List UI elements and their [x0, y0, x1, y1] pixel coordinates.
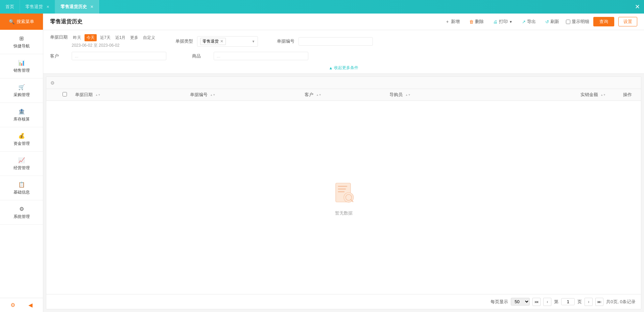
page-suffix-label: 页	[577, 299, 582, 305]
date-sort-arrows: ▲▼	[95, 93, 101, 96]
goods-filter-input[interactable]: ...	[214, 52, 308, 60]
date-opt-last-month[interactable]: 近1月	[114, 34, 127, 41]
type-filter-label: 单据类型	[175, 38, 194, 44]
filter-collapse-container: ▲ 收起更多条件	[50, 64, 637, 71]
sidebar-item-basic-info[interactable]: 📋 基础信息	[0, 176, 43, 200]
sidebar-bottom: ⚙ ◀	[0, 298, 43, 312]
total-info: 共0页, 0条记录	[606, 299, 636, 305]
number-sort-arrows: ▲▼	[210, 93, 215, 96]
system-icon: ⚙	[18, 205, 25, 213]
sidebar-search[interactable]: 🔍 搜索菜单	[0, 14, 43, 30]
filter-collapse-label: 收起更多条件	[334, 65, 358, 71]
new-icon: ＋	[445, 19, 450, 25]
per-page-select[interactable]: 20 50 100 200	[511, 298, 530, 306]
tab-retail-return[interactable]: 零售退货 ✕	[20, 0, 55, 14]
last-page-button[interactable]: ⏭	[595, 298, 603, 306]
pagination: 每页显示 20 50 100 200 ⏮ ‹ 第 页 › ⏭ 共0页, 0条记录	[46, 294, 641, 309]
type-tag-label: 零售退货	[202, 39, 219, 44]
header-actions: ＋ 新增 🗑 删除 🖨 打印 ▼ ↗ 导出 ↺ 刷新	[443, 17, 637, 26]
tab-retail-return-history[interactable]: 零售退货历史 ✕	[55, 0, 99, 14]
voucher-filter-label: 单据编号	[277, 38, 296, 44]
sidebar-item-operations[interactable]: 📈 经营管理	[0, 152, 43, 176]
show-detail-label: 显示明细	[572, 19, 589, 25]
th-ops: 操作	[614, 89, 641, 101]
show-detail-checkbox-label[interactable]: 显示明细	[566, 19, 589, 25]
settings-bottom-icon[interactable]: ⚙	[10, 302, 15, 308]
per-page-label: 每页显示	[491, 299, 508, 305]
th-number[interactable]: 单据编号 ▲▼	[186, 89, 301, 101]
sidebar-item-system[interactable]: ⚙ 系统管理	[0, 200, 43, 225]
sidebar-item-quick-nav[interactable]: ⊞ 快捷导航	[0, 30, 43, 54]
collapse-sidebar-icon[interactable]: ◀	[28, 302, 32, 308]
date-opt-today[interactable]: 今天	[85, 34, 97, 41]
filter-row-2: 客户 ... 商品 ...	[50, 52, 637, 60]
th-customer[interactable]: 客户 ▲▼	[301, 89, 385, 101]
export-button[interactable]: ↗ 导出	[519, 17, 539, 26]
prev-page-button[interactable]: ‹	[543, 298, 551, 306]
inventory-icon: 🏦	[18, 108, 25, 115]
search-icon: 🔍	[9, 19, 15, 24]
type-tag-close[interactable]: ✕	[220, 39, 223, 44]
date-range-display: 2023-06-02 至 2023-06-02	[72, 43, 157, 48]
empty-text: 暂无数据	[335, 210, 353, 216]
date-options-container: 昨天 今天 近7天 近1月 更多 自定义 2023-06-02 至 2023-0…	[72, 34, 157, 48]
print-button[interactable]: 🖨 打印 ▼	[491, 17, 515, 26]
query-button[interactable]: 查询	[593, 17, 614, 26]
th-checkbox	[58, 89, 71, 101]
tab-retail-return-history-close[interactable]: ✕	[90, 5, 93, 9]
delete-icon: 🗑	[469, 19, 474, 24]
print-label: 打印	[499, 19, 508, 25]
sidebar-item-sales[interactable]: 📊 销售管理	[0, 54, 43, 79]
tab-home-label: 首页	[5, 4, 14, 10]
sidebar-item-system-label: 系统管理	[14, 214, 30, 220]
voucher-no-input[interactable]	[299, 37, 373, 46]
guide-sort-arrows: ▲▼	[405, 93, 411, 96]
date-options: 昨天 今天 近7天 近1月 更多 自定义	[72, 34, 157, 41]
date-opt-more[interactable]: 更多	[129, 34, 140, 41]
settings-button[interactable]: 设置	[618, 17, 637, 26]
type-filter-group: 单据类型 零售退货 ✕ ▼	[175, 36, 258, 47]
purchase-icon: 🛒	[18, 83, 25, 91]
refresh-button[interactable]: ↺ 刷新	[543, 17, 562, 26]
tab-home[interactable]: 首页	[0, 0, 20, 14]
th-date[interactable]: 单据日期 ▲▼	[71, 89, 186, 101]
type-filter-select[interactable]: 零售退货 ✕ ▼	[197, 36, 258, 47]
customer-filter-input[interactable]: ...	[72, 52, 166, 60]
th-amount[interactable]: 实销金额 ▲▼	[485, 89, 614, 101]
voucher-filter-group: 单据编号	[277, 37, 373, 46]
th-number-label: 单据编号	[190, 92, 208, 97]
customer-filter-label: 客户	[50, 53, 69, 59]
table-settings-icon[interactable]: ⚙	[50, 80, 55, 86]
th-date-label: 单据日期	[75, 92, 93, 97]
date-opt-yesterday[interactable]: 昨天	[72, 34, 82, 41]
filter-collapse-button[interactable]: ▲ 收起更多条件	[329, 65, 359, 71]
show-detail-checkbox[interactable]	[566, 20, 570, 24]
top-bar: 首页 零售退货 ✕ 零售退货历史 ✕ ✕	[0, 0, 644, 14]
sidebar-item-finance[interactable]: 💰 资金管理	[0, 127, 43, 152]
sidebar-nav: ⊞ 快捷导航 📊 销售管理 🛒 采购管理 🏦 库存核算 💰 资金管理 📈	[0, 30, 43, 298]
sidebar-item-finance-label: 资金管理	[14, 141, 30, 147]
refresh-icon: ↺	[545, 19, 549, 24]
sales-icon: 📊	[18, 59, 25, 66]
first-page-button[interactable]: ⏮	[532, 298, 541, 306]
empty-state: 暂无数据	[46, 101, 641, 294]
sidebar-item-purchase[interactable]: 🛒 采购管理	[0, 79, 43, 103]
delete-label: 删除	[475, 19, 484, 25]
page-number-input[interactable]	[561, 298, 575, 305]
tab-retail-return-close[interactable]: ✕	[46, 5, 49, 9]
sidebar-item-inventory[interactable]: 🏦 库存核算	[0, 103, 43, 127]
date-opt-last7[interactable]: 近7天	[99, 34, 112, 41]
window-close-button[interactable]: ✕	[630, 0, 644, 14]
delete-button[interactable]: 🗑 删除	[467, 17, 486, 26]
next-page-button[interactable]: ›	[585, 298, 593, 306]
amount-sort-arrows: ▲▼	[600, 93, 606, 96]
goods-filter-group: 商品 ...	[192, 52, 308, 60]
operations-icon: 📈	[18, 156, 25, 164]
select-all-checkbox[interactable]	[63, 92, 67, 96]
new-button[interactable]: ＋ 新增	[443, 17, 462, 26]
date-filter-label: 单据日期	[50, 34, 69, 40]
date-opt-custom[interactable]: 自定义	[142, 34, 157, 41]
th-guide[interactable]: 导购员 ▲▼	[385, 89, 485, 101]
content-area: 零售退货历史 ＋ 新增 🗑 删除 🖨 打印 ▼ ↗ 导出	[43, 14, 644, 312]
quick-nav-icon: ⊞	[18, 35, 25, 42]
